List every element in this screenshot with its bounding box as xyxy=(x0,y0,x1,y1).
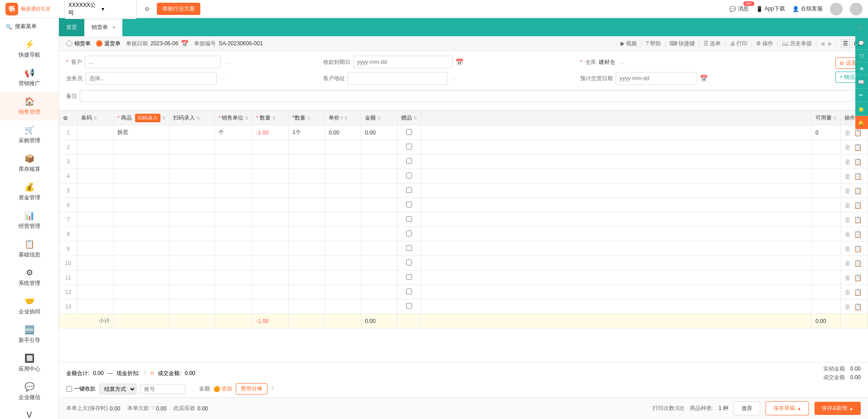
cell-product[interactable]: 拆页 xyxy=(114,125,170,140)
customer-input[interactable] xyxy=(85,56,221,68)
gift-checkbox[interactable] xyxy=(406,303,412,309)
cell-gift[interactable] xyxy=(398,227,421,241)
cell-price[interactable] xyxy=(325,299,361,314)
copy-icon[interactable]: 📋 xyxy=(854,158,862,165)
cell-amount[interactable] xyxy=(361,227,398,241)
copy-icon[interactable]: 📋 xyxy=(854,187,862,194)
customer-addr-ellipsis[interactable]: ... xyxy=(452,75,456,82)
tab-home[interactable]: 首页 xyxy=(59,18,84,36)
cell-unit[interactable] xyxy=(214,299,252,314)
gift-checkbox[interactable] xyxy=(406,173,412,178)
gift-checkbox[interactable] xyxy=(406,187,412,193)
cell-spec[interactable] xyxy=(169,140,214,154)
gift-checkbox[interactable] xyxy=(406,202,412,207)
cell-pkg[interactable] xyxy=(289,169,325,183)
delete-icon[interactable]: 🗑 xyxy=(844,187,851,194)
remarks-input[interactable] xyxy=(80,90,853,102)
delete-icon[interactable]: 🗑 xyxy=(844,289,851,296)
delete-icon[interactable]: 🗑 xyxy=(844,245,851,252)
operate-btn[interactable]: ⚙ 操作 xyxy=(756,40,773,48)
date-value[interactable]: 2023-06-06 xyxy=(150,40,178,47)
cell-pkg[interactable] xyxy=(289,227,325,241)
one-click-collect[interactable]: 一键收款 xyxy=(66,385,96,393)
cell-product[interactable] xyxy=(114,299,170,314)
cell-barcode[interactable] xyxy=(78,285,114,299)
cell-unit[interactable] xyxy=(214,270,252,285)
customer-addr-input[interactable] xyxy=(348,72,447,85)
cell-gift[interactable] xyxy=(398,198,421,212)
account-ellipsis[interactable]: ... xyxy=(191,386,195,392)
gift-checkbox[interactable] xyxy=(406,260,412,265)
sidebar-item-sales[interactable]: 🏠 销售管理 xyxy=(0,92,58,120)
main-close-icon[interactable]: × xyxy=(853,23,868,31)
cell-spec[interactable] xyxy=(169,270,214,285)
cell-price[interactable]: 0.00 xyxy=(325,125,361,140)
cell-amount[interactable] xyxy=(361,183,398,198)
cell-unit[interactable] xyxy=(214,140,252,154)
cell-spec[interactable] xyxy=(169,212,214,227)
settlement-select[interactable]: 结算方式 xyxy=(99,384,136,395)
cell-gift[interactable] xyxy=(398,212,421,227)
float-shield-btn[interactable]: 🛡 xyxy=(855,50,868,63)
help-btn[interactable]: ? 帮助 xyxy=(645,40,661,48)
delete-icon[interactable]: 🗑 xyxy=(844,260,851,267)
delete-icon[interactable]: 🗑 xyxy=(844,158,851,165)
calendar-icon[interactable]: 📅 xyxy=(181,40,189,47)
cell-unit[interactable] xyxy=(214,183,252,198)
copy-icon[interactable]: 📋 xyxy=(854,231,862,238)
sidebar-search[interactable]: 🔍 搜索菜单 xyxy=(0,18,58,35)
copy-icon[interactable]: 📋 xyxy=(854,260,862,267)
cell-unit[interactable] xyxy=(214,198,252,212)
cell-spec[interactable] xyxy=(169,299,214,314)
delete-icon[interactable]: 🗑 xyxy=(844,274,851,281)
warehouse-value[interactable]: 建材仓 xyxy=(599,58,615,66)
copy-icon[interactable]: 📋 xyxy=(854,144,862,151)
cell-amount[interactable] xyxy=(361,270,398,285)
cell-spec[interactable] xyxy=(169,256,214,270)
select-btn[interactable]: ☰ 选单 xyxy=(703,40,721,48)
cell-product[interactable] xyxy=(114,140,170,154)
cell-barcode[interactable] xyxy=(78,241,114,256)
sidebar-item-finance[interactable]: 💰 资金管理 xyxy=(0,178,58,206)
cell-barcode[interactable] xyxy=(78,125,114,140)
delete-icon[interactable]: 🗑 xyxy=(844,231,851,238)
avatar2[interactable] xyxy=(850,3,863,15)
cell-qty[interactable] xyxy=(252,299,289,314)
message-btn[interactable]: 💬 消息 99+ xyxy=(729,5,749,13)
cell-gift[interactable] xyxy=(398,299,421,314)
cell-product[interactable] xyxy=(114,154,170,169)
cell-pkg[interactable] xyxy=(289,198,325,212)
cell-unit[interactable] xyxy=(214,285,252,299)
copy-icon[interactable]: 📋 xyxy=(854,216,862,223)
cell-amount[interactable] xyxy=(361,241,398,256)
float-comments-btn[interactable]: 💬 xyxy=(855,36,868,50)
cell-gift[interactable] xyxy=(398,140,421,154)
cell-barcode[interactable] xyxy=(78,227,114,241)
sidebar-item-guide[interactable]: 🆕 新手引导 xyxy=(0,320,58,349)
cell-barcode[interactable] xyxy=(78,140,114,154)
video-btn[interactable]: ▶ 视频 xyxy=(621,40,637,48)
cell-qty[interactable] xyxy=(252,198,289,212)
cell-price[interactable] xyxy=(325,256,361,270)
cell-amount[interactable] xyxy=(361,299,398,314)
cell-amount[interactable] xyxy=(361,169,398,183)
cell-product[interactable] xyxy=(114,270,170,285)
cell-unit[interactable] xyxy=(214,154,252,169)
scan-button[interactable]: 扫码录入 xyxy=(135,114,160,122)
sidebar-item-wechat[interactable]: 💬 企业微信 xyxy=(0,377,58,406)
cell-price[interactable] xyxy=(325,285,361,299)
nav-next-icon[interactable]: ▶ xyxy=(828,40,832,47)
account-input[interactable] xyxy=(140,384,185,394)
cell-spec[interactable] xyxy=(169,241,214,256)
cell-unit[interactable] xyxy=(214,227,252,241)
delete-icon[interactable]: 🗑 xyxy=(844,202,851,209)
copy-icon[interactable]: 📋 xyxy=(854,303,862,310)
cell-amount[interactable]: 0.00 xyxy=(361,125,398,140)
copy-icon[interactable]: 📋 xyxy=(854,129,862,136)
cell-unit[interactable] xyxy=(214,256,252,270)
sidebar-item-enterprise[interactable]: 🤝 企业协同 xyxy=(0,292,58,320)
th-settings[interactable]: ⚙ xyxy=(59,111,78,125)
cell-price[interactable] xyxy=(325,169,361,183)
cell-price[interactable] xyxy=(325,154,361,169)
cell-unit[interactable] xyxy=(214,212,252,227)
